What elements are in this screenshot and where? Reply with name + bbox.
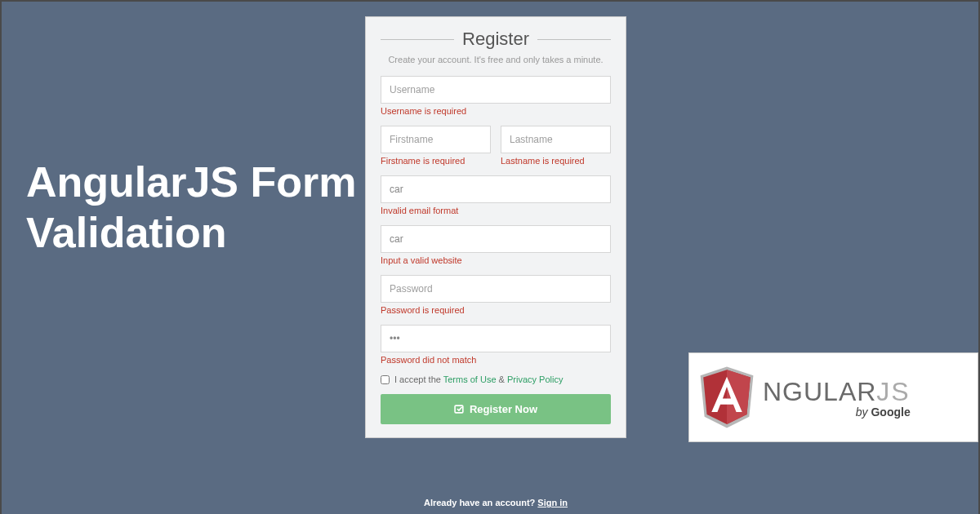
website-error: Input a valid website xyxy=(381,255,611,265)
logo-by: by xyxy=(856,405,871,419)
lastname-input[interactable] xyxy=(501,126,611,153)
headline-line-2: Validation xyxy=(26,207,357,258)
password-input[interactable] xyxy=(381,275,611,303)
headline-line-1: AngularJS Form xyxy=(26,157,357,207)
logo-google: Google xyxy=(871,405,910,419)
name-row: Firstname is required Lastname is requir… xyxy=(381,126,611,175)
terms-amp: & xyxy=(497,374,507,384)
logo-js: JS xyxy=(876,377,910,407)
terms-of-use-link[interactable]: Terms of Use xyxy=(443,374,497,384)
email-input[interactable] xyxy=(381,175,611,203)
terms-row[interactable]: I accept the Terms of Use & Privacy Poli… xyxy=(381,374,611,384)
divider-right xyxy=(537,39,611,40)
form-title: Register xyxy=(462,29,529,50)
password-error: Password is required xyxy=(381,305,611,315)
firstname-input[interactable] xyxy=(381,126,491,153)
username-input[interactable] xyxy=(381,76,611,104)
already-have-account: Already have an account? Sign in xyxy=(365,498,626,507)
terms-prefix: I accept the xyxy=(394,374,443,384)
page-headline: AngularJS Form Validation xyxy=(26,157,357,259)
divider-left xyxy=(381,39,454,40)
register-form-card: Register Create your account. It's free … xyxy=(365,16,626,438)
check-icon xyxy=(454,404,465,414)
form-subtitle: Create your account. It's free and only … xyxy=(381,55,611,64)
svg-rect-0 xyxy=(455,405,463,413)
logo-ngular: NGULAR xyxy=(763,377,876,407)
firstname-error: Firstname is required xyxy=(381,156,491,166)
email-error: Invalid email format xyxy=(381,206,611,215)
logo-word: NGULARJS xyxy=(763,377,911,407)
sign-in-link[interactable]: Sign in xyxy=(537,498,568,507)
register-button-label: Register Now xyxy=(470,403,537,415)
logo-text: NGULARJS by Google xyxy=(763,377,911,419)
register-now-button[interactable]: Register Now xyxy=(381,394,611,424)
confirm-password-error: Password did not match xyxy=(381,355,611,365)
lastname-error: Lastname is required xyxy=(501,156,611,166)
angular-shield-icon xyxy=(697,365,756,430)
confirm-password-input[interactable] xyxy=(381,325,611,352)
username-error: Username is required xyxy=(381,106,611,116)
angularjs-logo-box: NGULARJS by Google xyxy=(688,352,978,442)
already-text: Already have an account? xyxy=(424,498,537,507)
terms-checkbox[interactable] xyxy=(381,375,390,384)
privacy-policy-link[interactable]: Privacy Policy xyxy=(507,374,563,384)
terms-text: I accept the Terms of Use & Privacy Poli… xyxy=(394,374,563,384)
logo-by-google: by Google xyxy=(856,405,911,419)
form-title-row: Register xyxy=(381,29,611,50)
website-input[interactable] xyxy=(381,225,611,253)
